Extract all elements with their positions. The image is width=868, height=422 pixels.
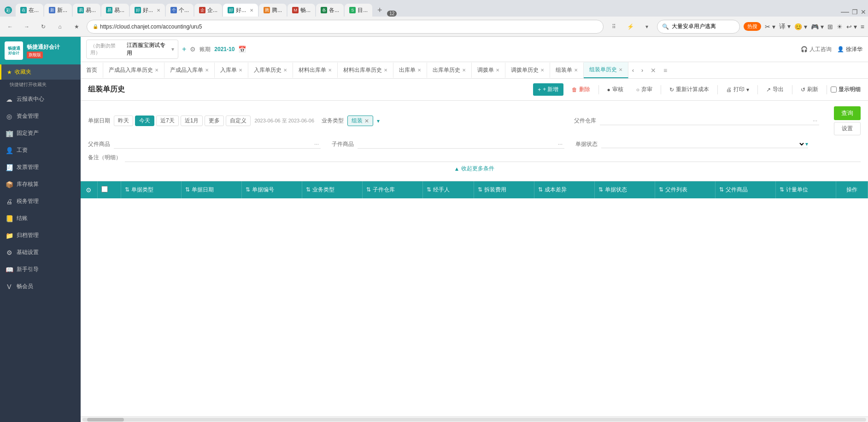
- maximize-button[interactable]: ❐: [852, 8, 858, 16]
- week-btn[interactable]: 近7天: [156, 116, 179, 126]
- add-company-icon[interactable]: +: [182, 45, 186, 53]
- child-product-input[interactable]: [358, 140, 556, 148]
- th-status[interactable]: ⇅ 单据状态: [595, 181, 655, 198]
- nav-tab-2-close[interactable]: ✕: [205, 68, 209, 73]
- parent-warehouse-input[interactable]: [600, 116, 811, 125]
- status-select[interactable]: 草稿 已审核: [601, 140, 805, 148]
- nav-tab-11[interactable]: 组装单 ✕: [550, 63, 584, 78]
- th-handler[interactable]: ⇅ 经手人: [423, 181, 474, 198]
- th-cost-diff[interactable]: ⇅ 成本差异: [534, 181, 595, 198]
- sidebar-item-vip[interactable]: V 畅会员: [0, 278, 81, 295]
- th-type[interactable]: ⇅ 单据类型: [121, 181, 182, 198]
- filter-settings-button[interactable]: 设置: [834, 122, 861, 135]
- nav-tab-6[interactable]: 材料出库单历史 ✕: [338, 63, 393, 78]
- browser-tab-8[interactable]: 好 好... ✕: [223, 4, 258, 17]
- browser-tab-3[interactable]: 易 易...: [73, 4, 100, 17]
- scrollbar-thumb[interactable]: [87, 418, 124, 422]
- show-details-label[interactable]: 显示明细: [831, 86, 861, 93]
- today-btn[interactable]: 今天: [135, 116, 154, 126]
- tab-settings-icon[interactable]: ≡: [660, 67, 671, 74]
- close-button[interactable]: ✕: [861, 8, 866, 16]
- browser-tab-5[interactable]: 好 好... ✕: [130, 4, 165, 17]
- sidebar-item-inventory[interactable]: 📦 库存核算: [0, 176, 81, 193]
- horizontal-scrollbar[interactable]: [81, 416, 868, 422]
- back-button[interactable]: ←: [4, 20, 17, 33]
- game-icon[interactable]: 🎮 ▾: [811, 23, 824, 30]
- nav-tab-11-close[interactable]: ✕: [574, 68, 578, 73]
- collapse-button[interactable]: ▲ 收起更多条件: [88, 162, 861, 175]
- refresh-button[interactable]: ↻: [37, 20, 50, 33]
- sidebar-item-payroll[interactable]: 👤 工资: [0, 142, 81, 159]
- minimize-button[interactable]: —: [841, 7, 849, 17]
- nav-tab-12[interactable]: 组装单历史 ✕: [584, 62, 628, 78]
- sidebar-item-closing[interactable]: 📒 结账: [0, 210, 81, 227]
- nav-tab-10[interactable]: 调拨单历史 ✕: [505, 63, 550, 78]
- bookmark-button[interactable]: ★: [70, 20, 83, 33]
- month-btn[interactable]: 近1月: [181, 116, 203, 126]
- memo-input[interactable]: [125, 153, 861, 162]
- th-disassembly-fee[interactable]: ⇅ 拆装费用: [474, 181, 534, 198]
- hot-button[interactable]: 热搜: [744, 22, 761, 31]
- tab-close-all[interactable]: ✕: [647, 67, 660, 74]
- custom-date-btn[interactable]: 自定义: [226, 116, 251, 126]
- nav-tab-12-close[interactable]: ✕: [619, 67, 622, 72]
- nav-tab-5[interactable]: 材料出库单 ✕: [293, 63, 338, 78]
- status-dropdown-icon[interactable]: ▾: [805, 141, 808, 147]
- tab-left-arrow[interactable]: ‹: [628, 65, 638, 75]
- business-type-dropdown[interactable]: ▾: [377, 118, 380, 124]
- sidebar-item-reports[interactable]: ☁ 云报表中心: [0, 91, 81, 108]
- nav-tab-10-close[interactable]: ✕: [540, 68, 544, 73]
- nav-tab-home[interactable]: 首页: [81, 63, 103, 78]
- sidebar-item-guide[interactable]: 📖 新手引导: [0, 261, 81, 278]
- grid-icon[interactable]: ⊞: [827, 23, 833, 30]
- delete-button[interactable]: 🗑 删除: [567, 83, 595, 96]
- search-box[interactable]: 🔍 大量安卓用户逃离: [657, 20, 740, 34]
- brightness-icon[interactable]: ☀: [837, 23, 843, 30]
- export-button[interactable]: ↗ 导出: [762, 83, 788, 96]
- browser-tab-4[interactable]: 易 易...: [101, 4, 129, 17]
- tab-right-arrow[interactable]: ›: [638, 65, 647, 75]
- sidebar-item-settings[interactable]: ⚙ 基础设置: [0, 244, 81, 261]
- select-all-checkbox[interactable]: [101, 186, 108, 192]
- scissors-icon[interactable]: ✂ ▾: [765, 23, 775, 30]
- tab-close-5[interactable]: ✕: [157, 8, 160, 13]
- extensions-button[interactable]: ⚡: [624, 20, 637, 33]
- abandon-button[interactable]: ○ 弃审: [632, 83, 657, 96]
- browser-tab-11[interactable]: 各 各...: [316, 4, 344, 17]
- forward-button[interactable]: →: [20, 20, 33, 33]
- dropdown-button[interactable]: ▾: [640, 20, 653, 33]
- audit-button[interactable]: ● 审核: [603, 83, 628, 96]
- browser-tab-9[interactable]: 腾 腾...: [259, 4, 287, 17]
- sidebar-item-assets[interactable]: 🏢 固定资产: [0, 125, 81, 142]
- address-input[interactable]: 🔒 https://cloud.chanjet.com/accounting/u…: [87, 20, 604, 34]
- th-number[interactable]: ⇅ 单据编号: [242, 181, 302, 198]
- sidebar-bookmark[interactable]: ★ 收藏夹: [0, 64, 81, 80]
- recalculate-button[interactable]: ↻ 重新计算成本: [665, 83, 714, 96]
- nav-tab-9[interactable]: 调拨单 ✕: [472, 63, 505, 78]
- query-button[interactable]: 查询: [834, 106, 861, 120]
- company-select[interactable]: （勿删勿禁用） 江西服宝测试专用 ▾: [86, 40, 178, 59]
- th-biz-type[interactable]: ⇅ 业务类型: [302, 181, 363, 198]
- emoji-icon[interactable]: 😊 ▾: [794, 23, 807, 30]
- nav-tab-9-close[interactable]: ✕: [496, 68, 499, 73]
- nav-tab-3-close[interactable]: ✕: [239, 68, 242, 73]
- th-parent-list[interactable]: ⇅ 父件列表: [655, 181, 716, 198]
- nav-tab-7[interactable]: 出库单 ✕: [393, 63, 427, 78]
- nav-tab-4[interactable]: 入库单历史 ✕: [248, 63, 293, 78]
- browser-tab-2[interactable]: 新 新...: [44, 4, 72, 17]
- apps-button[interactable]: ⠿: [607, 20, 620, 33]
- sidebar-item-archive[interactable]: 📁 归档管理: [0, 227, 81, 244]
- print-button[interactable]: 🖨 打印 ▾: [721, 83, 754, 96]
- sidebar-item-tax[interactable]: 🖨 税务管理: [0, 193, 81, 210]
- parent-product-input[interactable]: [114, 140, 312, 148]
- refresh-button-page[interactable]: ↺ 刷新: [796, 83, 823, 96]
- tab-close-8[interactable]: ✕: [250, 8, 253, 13]
- nav-tab-6-close[interactable]: ✕: [384, 68, 387, 73]
- nav-tab-1[interactable]: 产成品入库单历史 ✕: [103, 63, 164, 78]
- nav-tab-2[interactable]: 产成品入库单 ✕: [164, 63, 215, 78]
- browser-tab-12[interactable]: S 目...: [345, 4, 372, 17]
- th-child-warehouse[interactable]: ⇅ 子件仓库: [363, 181, 423, 198]
- show-details-checkbox[interactable]: [831, 87, 837, 92]
- browser-tab-10[interactable]: M 畅...: [287, 4, 315, 17]
- parent-warehouse-more[interactable]: ···: [811, 117, 819, 124]
